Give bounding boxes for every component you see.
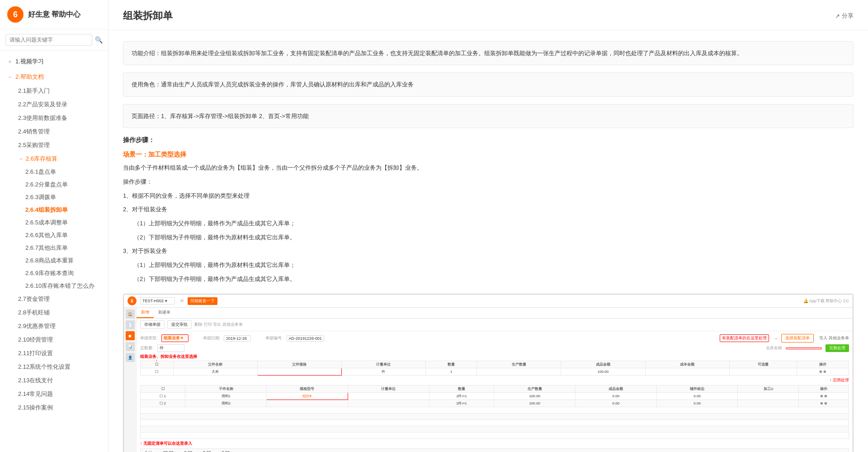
- screenshot-annotation3: ↑ 启用处理: [830, 377, 849, 383]
- screenshot-th2-process: 加工U: [738, 385, 799, 393]
- sidebar-item-finance[interactable]: 2.7资金管理: [11, 292, 108, 306]
- screenshot-th2-spec: 规格型号: [267, 385, 348, 393]
- screenshot-th-parent-spec: 父件规格: [257, 361, 341, 368]
- sidebar-item-settings[interactable]: 2.12系统个性化设置: [11, 360, 108, 374]
- screenshot-td2-1-unit: [348, 393, 429, 400]
- sidebar-item-sales[interactable]: 2.4销售管理: [11, 125, 108, 138]
- screenshot-date-value: 2019-12-26: [224, 335, 251, 342]
- screenshot-form-row2: 总数量: 件 仓库名称 完整处理: [140, 344, 849, 352]
- search-button[interactable]: 🔍: [95, 36, 103, 43]
- share-button[interactable]: ↗ 分享: [835, 12, 854, 20]
- screenshot-th2-sub-name: 子件名称: [185, 385, 267, 393]
- screenshot-type-value: 组装业务 ▾: [161, 334, 189, 342]
- screenshot-table2-row7: [141, 433, 849, 439]
- step3-1: （1）上部明细为父件明细，最终作为原材料生成其它出库单；: [123, 260, 854, 271]
- docs-subitems: 2.1新手入门 2.2产品安装及登录 2.3使用前数据准备 2.4销售管理 2.…: [0, 84, 108, 414]
- screenshot-form-area: 单据类型: 组装业务 ▾ 单据日期: 2019-12-26 单据编号: AD-2…: [137, 331, 853, 452]
- scenario-title: 场景一：加工类型选择: [123, 151, 854, 159]
- screenshot-table-parent: ☐ 父件名称 父件规格 计量单位 数量 生产数量 成品金额 成本金额 可选量: [140, 361, 849, 376]
- sidebar-item-cases[interactable]: 2.15操作案例: [11, 401, 108, 414]
- sidebar-item-cost-adjust[interactable]: 2.6.5成本调整单: [18, 216, 108, 229]
- screenshot-th2-prod-qty: 生产数量: [494, 385, 576, 393]
- screenshot-btn-save: 存储单据: [140, 320, 165, 329]
- screenshot-more-btns: 删除 打印 导出 其他业务单: [194, 322, 243, 328]
- screenshot-td-name: 大米: [173, 368, 257, 376]
- screenshot-number-value: 件: [157, 344, 184, 352]
- sidebar-item-other-in[interactable]: 2.6.6其他入库单: [18, 229, 108, 242]
- screenshot-footer-label: 合计: [144, 450, 152, 452]
- plus-icon: ＋: [7, 58, 13, 66]
- sidebar-item-coupon[interactable]: 2.9优惠券管理: [11, 319, 108, 333]
- sidebar-item-print[interactable]: 2.11打印设置: [11, 347, 108, 360]
- sidebar-item-stocktake[interactable]: 2.6.1盘点单: [18, 166, 108, 178]
- sidebar: 6 好生意 帮助中心 🔍 ＋ 1.视频学习 － 2.帮助文档 2.1新手入门 2…: [0, 0, 108, 452]
- sidebar-item-ledger-query[interactable]: 2.6.9库存账本查询: [18, 267, 108, 280]
- screenshot-toolbar: 存储单据 提交审批 删除 打印 导出 其他业务单: [137, 319, 853, 331]
- path-box: 页面路径：1、库存核算->库存管理->组装拆卸单 2、首页->常用功能: [123, 104, 854, 128]
- screenshot-th2-ops: 操作: [799, 385, 849, 393]
- sidebar-item-cost-recalc[interactable]: 2.6.8商品成本重算: [18, 254, 108, 267]
- screenshot-td-prod-amt: 100.00: [561, 368, 645, 376]
- sidebar-item-newbie[interactable]: 2.1新手入门: [11, 84, 108, 98]
- screenshot-main-panel: 新增 新建单 存储单据 提交审批 删除 打印 导出 其他业务单 单: [137, 308, 853, 452]
- screenshot-td-ops: ⊕ ⊗: [797, 368, 849, 376]
- screenshot-btn-assembly: 选择装配清单: [781, 334, 814, 343]
- screenshot-table-sub: ☐ 子件名称 规格型号 计量单位 数量 生产数量 成品金额 辅件标志 加工U: [140, 385, 849, 439]
- screenshot-th-product-amt: 成品金额: [561, 361, 645, 368]
- sidebar-item-docs[interactable]: － 2.帮助文档: [0, 70, 108, 84]
- screenshot-td2-1-checkbox: ☐ 1: [141, 393, 185, 400]
- sidebar-item-partial-stocktake[interactable]: 2.6.2分量盘点单: [18, 178, 108, 191]
- sidebar-item-faq[interactable]: 2.14常见问题: [11, 387, 108, 401]
- screenshot-table2-row2: ☐ 2 用料2 1件/×1 100.00 0.00 0.00: [141, 400, 849, 407]
- screenshot-td2-2-checkbox: ☐ 2: [141, 400, 185, 407]
- screenshot-td2-2-prod-qty: 100.00: [494, 400, 576, 407]
- role-box: 使用角色：通常由生产人员或库管人员完成拆装业务的操作，库管人员确认原材料的出库和…: [123, 72, 854, 96]
- screenshot-th2-sub-flag: 辅件标志: [656, 385, 738, 393]
- screenshot-td-qty: 1: [425, 368, 476, 376]
- screenshot-btn-submit: 提交审批: [167, 320, 192, 329]
- screenshot-number-label: 总数量:: [140, 345, 154, 351]
- screenshot-th-available: 可选量: [729, 361, 797, 368]
- sidebar-item-transfer[interactable]: 2.6.3调拨单: [18, 191, 108, 204]
- step3-2: （2）下部明细为子件明细，最终作为产成品生成其它入库单。: [123, 274, 854, 285]
- screenshot-th2-unit: 计量单位: [348, 385, 429, 393]
- sidebar-item-ledger-fix[interactable]: 2.6.10库存账本错了怎么办: [18, 280, 108, 292]
- path-text: 页面路径：1、库存核算->库存管理->组装拆卸单 2、首页->常用功能: [132, 113, 309, 119]
- screenshot-logo: 6: [127, 296, 137, 305]
- sidebar-item-purchase[interactable]: 2.5采购管理: [11, 138, 108, 152]
- screenshot-th-cost-amt: 成本金额: [645, 361, 729, 368]
- screenshot-icon-chart: 📊: [126, 342, 135, 351]
- sidebar-item-mobile[interactable]: 2.8手机旺铺: [11, 306, 108, 319]
- sidebar-item-assembly[interactable]: 2.6.4组装拆卸单: [18, 204, 108, 216]
- screenshot-td2-2-name: 用料2: [185, 400, 267, 407]
- screenshot-th-parent-name: 父件名称: [173, 361, 257, 368]
- screenshot-table1-header-row: ☐ 父件名称 父件规格 计量单位 数量 生产数量 成品金额 成本金额 可选量: [141, 361, 849, 368]
- steps-label: 操作步骤：: [123, 176, 854, 188]
- sidebar-item-payment[interactable]: 2.13在线支付: [11, 374, 108, 387]
- search-input[interactable]: [5, 34, 92, 46]
- screenshot-th2-checkbox: ☐: [141, 385, 185, 393]
- sidebar-item-other-out[interactable]: 2.6.7其他出库单: [18, 242, 108, 254]
- screenshot-container: 6 TEST-H002 ▾ ⟳ 同期账套一下 🔔 App下载 帮助中心 CC 🏠…: [123, 294, 854, 452]
- sidebar-search: 🔍: [0, 29, 108, 51]
- screenshot-period-badge: 同期账套一下: [188, 297, 217, 305]
- screenshot-td-avail: [729, 368, 797, 376]
- screenshot-td2-6-empty: [141, 426, 849, 433]
- screenshot-footer-total4: 0.00: [222, 450, 230, 452]
- screenshot-num-value: AD-20191226-001: [287, 335, 325, 342]
- sidebar-item-inventory[interactable]: － 2.6库存核算: [11, 152, 108, 166]
- sidebar-item-videos[interactable]: ＋ 1.视频学习: [0, 54, 108, 69]
- sidebar-item-ops[interactable]: 2.10经营管理: [11, 333, 108, 347]
- sidebar-nav: ＋ 1.视频学习 － 2.帮助文档 2.1新手入门 2.2产品安装及登录 2.3…: [0, 51, 108, 452]
- screenshot-td-checkbox: ☐: [141, 368, 174, 376]
- sidebar-item-install[interactable]: 2.2产品安装及登录: [11, 98, 108, 111]
- screenshot-td2-2-flag: 0.00: [656, 400, 738, 407]
- screenshot-btn-confirm: 完整处理: [826, 344, 849, 352]
- sidebar-item-data-prep[interactable]: 2.3使用前数据准备: [11, 111, 108, 125]
- intro-text: 功能介绍：组装拆卸单用来处理企业组装或拆卸等加工业务，支持有固定装配清单的产品加…: [132, 50, 743, 57]
- screenshot-body: 🏠 📄 ◼ 📊 👤 新增 新建单: [124, 308, 853, 452]
- screenshot-table2-row5: [141, 420, 849, 426]
- sidebar-logo: 6 好生意 帮助中心: [0, 0, 108, 29]
- screenshot-td2-2-ops: ⊕ ⊗: [799, 400, 849, 407]
- screenshot-footer-total1: 88.00: [163, 450, 174, 452]
